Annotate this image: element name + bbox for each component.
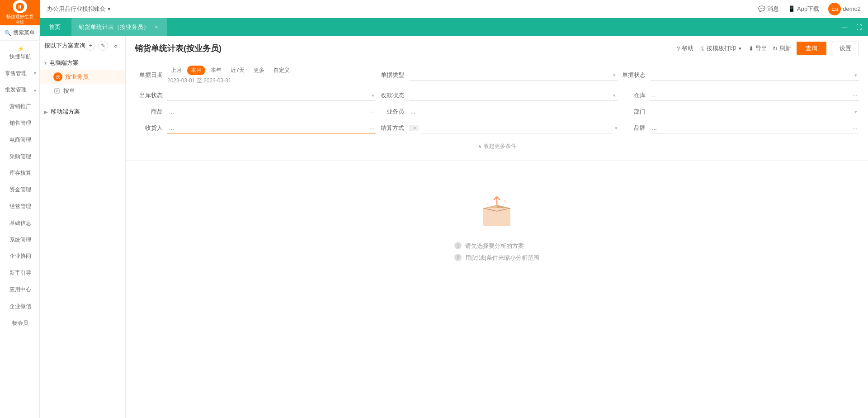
right-panel: 销货单统计表(按业务员) ? 帮助 🖨 按模板打印 ▾ [126,36,868,418]
paymethod-arrow: ▾ [615,125,618,131]
filter-field-brand: 品牌 ··· [618,123,859,133]
add-scheme-button[interactable]: + [85,41,95,51]
tab-home[interactable]: 首页 [40,18,70,36]
refresh-button[interactable]: ↻ 刷新 [773,44,791,52]
tabbar-actions: — ⛶ [839,22,868,33]
outstatus-select[interactable] [167,90,376,101]
sidebar-item-inventory[interactable]: 库存核算 [0,165,40,181]
sidebar-item-shortcuts[interactable]: ⚡ 快捷导航 [0,41,40,65]
tip-text-1: 请先选择要分析的方案 [465,242,524,250]
collapse-more-button[interactable]: ∧ 收起更多条件 [135,139,859,154]
inventory-label: 库存核算 [9,170,31,176]
tab-maximize-button[interactable]: ⛶ [854,22,864,33]
user-profile-button[interactable]: Ea demo2 [828,3,861,15]
warehouse-input-wrap: ··· [650,90,859,101]
sidebar-item-basics[interactable]: 基础信息 [0,215,40,232]
by-worker-label: 按业务员 [65,73,89,81]
tab-close-button[interactable]: × [153,24,160,31]
tab-active-label: 销货单统计表（按业务员） [79,23,149,31]
message-button[interactable]: 💬 消息 [758,5,779,13]
pc-section-label: 电脑端方案 [49,59,79,67]
sidebar-item-retail[interactable]: 零售管理 ▾ [0,65,40,82]
goods-input[interactable] [167,106,376,117]
tree-child-byorder[interactable]: 按单 [40,84,125,98]
retail-arrow: ▾ [34,70,36,76]
filter-field-dept: 部门 ▾ [618,106,859,117]
dept-select[interactable] [650,106,859,117]
logo-text: 畅捷通好生意 [6,14,33,19]
svg-point-3 [487,203,489,204]
type-select[interactable] [409,70,618,81]
date-tab-thismonth[interactable]: 本月 [187,66,205,75]
sidebar-item-ecommerce[interactable]: 电商管理 [0,132,40,148]
content-area: 按以下方案查询 + ✎ « ▾ 电脑端方案 [40,36,868,418]
paymethod-select[interactable] [420,123,613,133]
date-tab-thisyear[interactable]: 本年 [207,66,225,75]
tab-minimize-button[interactable]: — [839,22,850,33]
filter-row-3: 商品 ··· 业务员 ··· 部门 [135,106,859,117]
sidebar-item-sales[interactable]: 销售管理 [0,115,40,132]
sidebar-item-finance[interactable]: 资金管理 [0,181,40,198]
wholesale-label: 批发管理 [5,86,27,94]
paystatus-label: 收款状态 [376,91,409,100]
topbar-left: 办公用品行业模拟账套 ▾ [47,5,111,13]
sidebar-item-member[interactable]: 畅会员 [0,315,40,332]
settings-button[interactable]: 设置 [832,42,859,55]
edit-scheme-button[interactable]: ✎ [98,41,108,51]
tree-parent-mobile[interactable]: ▶ 移动端方案 [40,105,125,119]
sidebar-item-enterprise[interactable]: 企业协同 [0,248,40,265]
sidebar-item-system[interactable]: 系统管理 [0,232,40,248]
date-tab-lastmonth[interactable]: 上月 [167,66,185,75]
user-avatar-text: Ea [831,6,838,12]
sales-label: 销售管理 [9,120,31,126]
query-button[interactable]: 查询 [797,42,826,55]
brand-input[interactable] [650,123,859,133]
help-button[interactable]: ? 帮助 [677,44,693,52]
salesman-label: 业务员 [376,108,409,116]
warehouse-input[interactable] [650,90,859,101]
paymethod-remove-button[interactable]: × [413,125,416,131]
app-download-button[interactable]: 📱 App下载 [788,5,819,13]
sidebar-item-purchase[interactable]: 采购管理 [0,148,40,165]
collapse-panel-button[interactable]: « [111,41,121,51]
search-icon: 🔍 [5,30,11,36]
sidebar-item-newuser[interactable]: 新手引导 [0,265,40,281]
tree-parent-pc[interactable]: ▾ 电脑端方案 [40,56,125,70]
sidebar-item-appcenter[interactable]: 应用中心 [0,281,40,298]
status-select[interactable] [650,70,859,81]
refresh-icon: ↻ [773,45,778,52]
message-icon: 💬 [758,5,765,12]
sidebar-item-marketing[interactable]: 营销推广 [0,98,40,115]
shortcuts-label: 快捷导航 [4,53,37,61]
date-tab-7days[interactable]: 近7天 [227,66,248,75]
sidebar-item-operations[interactable]: 经营管理 [0,198,40,215]
sidebar-item-corpwechat[interactable]: 企业微信 [0,298,40,315]
member-label: 畅会员 [12,320,28,326]
export-button[interactable]: ⬇ 导出 [749,44,767,52]
print-dropdown-button[interactable]: ▾ [737,45,743,52]
salesman-input[interactable] [409,106,618,117]
page-header: 销货单统计表(按业务员) ? 帮助 🖨 按模板打印 ▾ [126,36,868,59]
search-menu-item[interactable]: 🔍 搜索菜单 [0,25,40,41]
receiver-input[interactable] [167,123,376,133]
finance-label: 资金管理 [9,186,31,193]
paystatus-select[interactable] [409,90,618,101]
receiver-suffix: ··· [370,125,374,131]
page-actions: ? 帮助 🖨 按模板打印 ▾ ⬇ 导出 [677,42,859,55]
paystatus-select-wrap: ▾ [409,90,618,101]
paymethod-tag[interactable]: × [409,125,419,131]
date-tab-more[interactable]: 更多 [250,66,268,75]
collapse-more-icon: ∧ [478,143,482,150]
date-filter-wrap: 上月 本月 本年 近7天 更多 自定义 2023-03-01 至 2023-03… [167,66,376,85]
salesman-input-wrap: ··· [409,106,618,117]
sidebar-item-wholesale[interactable]: 批发管理 ▴ [0,81,40,98]
filter-field-date: 单据日期 上月 本月 本年 近7天 更多 自定义 2023-03-01 至 20… [135,66,376,85]
export-icon: ⬇ [749,45,754,52]
print-button-wrap: 🖨 按模板打印 ▾ [699,44,743,52]
date-tab-custom[interactable]: 自定义 [270,66,293,75]
tree-child-byyworker[interactable]: 按 按业务员 [40,70,125,84]
purchase-label: 采购管理 [9,153,31,160]
tab-active[interactable]: 销货单统计表（按业务员） × [71,18,167,36]
breadcrumb-dropdown[interactable]: 办公用品行业模拟账套 ▾ [47,5,111,13]
print-button[interactable]: 🖨 按模板打印 [699,44,736,52]
